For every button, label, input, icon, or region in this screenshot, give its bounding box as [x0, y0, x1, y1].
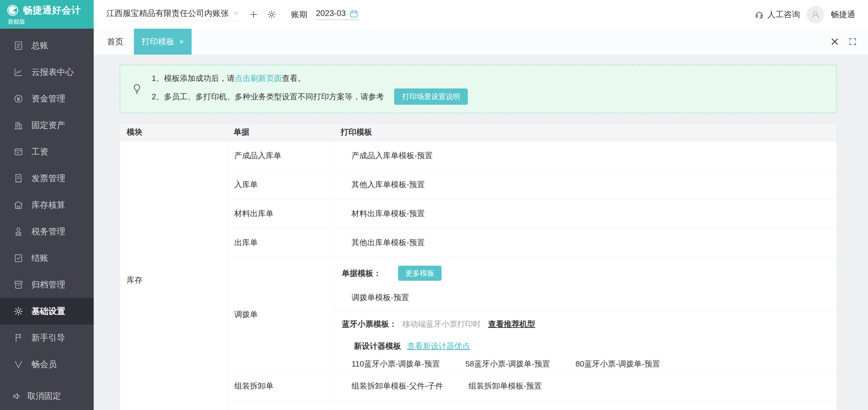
notice-line-2: 2、多员工、多打印机、多种业务类型设置不同打印方案等，请参考 打印场景设置说明 — [152, 89, 468, 105]
tab-print-template[interactable]: 打印模板 × — [134, 29, 192, 55]
company-selector[interactable]: 江西服宝精品有限责任公司内账张 — [106, 8, 240, 21]
plus-icon — [249, 10, 258, 19]
user-name[interactable]: 畅捷通 — [831, 9, 855, 20]
calendar-icon — [349, 9, 359, 18]
headset-icon — [755, 10, 764, 19]
sidebar-item-closing[interactable]: 结账 — [0, 245, 94, 271]
unpin-sidebar-button[interactable]: 取消固定 — [0, 382, 94, 410]
sidebar: 畅捷通好会计 旗舰版 总账 云报表中心 资金管理 固定资产 — [0, 0, 94, 410]
app-title: 畅捷通好会计 — [23, 4, 81, 16]
sidebar-nav: 总账 云报表中心 资金管理 固定资产 工资 发票管理 — [0, 29, 94, 378]
unpin-icon — [12, 391, 22, 401]
main-area: 江西服宝精品有限责任公司内账张 账期 2023-03 人工咨询 — [94, 0, 868, 410]
print-scene-settings-button[interactable]: 打印场景设置说明 — [394, 89, 468, 105]
app-logo: 畅捷通好会计 旗舰版 — [0, 0, 94, 29]
table-row: 产成品入库单 产成品入库单模板-预置 — [227, 141, 837, 170]
close-icon[interactable]: × — [831, 34, 839, 49]
page-content: 1、模板添加成功后，请点击刷新页面查看。 2、多员工、多打印机、多种业务类型设置… — [94, 55, 868, 410]
sidebar-item-salary[interactable]: 工资 — [0, 139, 94, 165]
salary-icon — [13, 147, 24, 157]
fullscreen-button[interactable] — [848, 37, 857, 46]
tab-home[interactable]: 首页 — [94, 29, 134, 55]
table-row: 出库单 其他出库单模板-预置 — [227, 228, 837, 257]
transfer-template-name: 调拨单模板-预置 — [334, 292, 837, 303]
ledger-icon — [13, 40, 24, 51]
cell-divider — [334, 311, 837, 311]
tax-icon — [13, 227, 24, 237]
sidebar-item-general-ledger[interactable]: 总账 — [0, 32, 94, 59]
closing-icon — [13, 253, 24, 263]
sidebar-item-archive[interactable]: 归档管理 — [0, 271, 94, 298]
sidebar-item-basic-settings[interactable]: 基础设置 — [0, 298, 94, 324]
settings-icon — [13, 306, 24, 316]
guide-icon — [13, 333, 24, 343]
settings-button[interactable] — [267, 10, 277, 19]
fullscreen-icon — [848, 37, 857, 46]
sidebar-item-funds[interactable]: 资金管理 — [0, 86, 94, 112]
transfer-template-cell: 单据模板： 更多模板 调拨单模板-预置 蓝牙小票模板： 移动端蓝牙小票打印时 查… — [334, 257, 837, 371]
table-row-assembly: 组装拆卸单 组装拆卸单模板-父件-子件 组装拆卸单模板-预置 — [227, 372, 837, 401]
table-row-partial — [227, 401, 837, 410]
header-module: 模块 — [120, 127, 227, 137]
member-icon — [13, 359, 24, 370]
notice-banner: 1、模板添加成功后，请点击刷新页面查看。 2、多员工、多打印机、多种业务类型设置… — [120, 65, 837, 113]
more-templates-button[interactable]: 更多模板 — [398, 266, 441, 281]
module-cell: 库存 — [120, 141, 227, 410]
add-button[interactable] — [249, 10, 258, 19]
bluetooth-template-label: 蓝牙小票模板： — [334, 319, 397, 330]
fixed-assets-icon — [13, 120, 24, 130]
sidebar-item-cloud-report[interactable]: 云报表中心 — [0, 59, 94, 86]
header-template: 打印模板 — [334, 127, 837, 137]
topbar: 江西服宝精品有限责任公司内账张 账期 2023-03 人工咨询 — [94, 0, 868, 29]
refresh-page-link[interactable]: 点击刷新页面 — [235, 73, 282, 83]
notice-line-1: 1、模板添加成功后，请点击刷新页面查看。 — [152, 73, 468, 83]
period-label: 账期 — [291, 9, 307, 20]
table-header: 模块 单据 打印模板 — [120, 123, 837, 141]
gear-icon — [267, 10, 277, 19]
cloud-report-icon — [13, 67, 24, 77]
topbar-right: 人工咨询 畅捷通 — [755, 6, 855, 23]
funds-icon — [13, 94, 24, 104]
table-row: 材料出库单 材料出库单模板-预置 — [227, 199, 837, 228]
bulb-icon — [130, 83, 143, 95]
sidebar-item-guide[interactable]: 新手引导 — [0, 324, 94, 351]
recommended-models-link[interactable]: 查看推荐机型 — [488, 319, 535, 330]
new-designer-label: 新设计器模板 — [354, 341, 401, 351]
support-button[interactable]: 人工咨询 — [755, 9, 800, 20]
period-value: 2023-03 — [316, 9, 346, 18]
chevron-down-icon — [232, 9, 240, 17]
app-edition: 旗舰版 — [8, 18, 94, 26]
user-icon — [810, 9, 820, 20]
sidebar-item-invoice[interactable]: 发票管理 — [0, 165, 94, 192]
period-picker[interactable]: 2023-03 — [316, 9, 359, 20]
invoice-icon — [13, 173, 24, 183]
company-name: 江西服宝精品有限责任公司内账张 — [106, 8, 229, 19]
table-row: 入库单 其他入库单模板-预置 — [227, 170, 837, 199]
inventory-icon — [13, 200, 24, 210]
doc-template-label: 单据模板： — [334, 268, 381, 279]
designer-benefits-link[interactable]: 查看新设计器优点 — [407, 341, 470, 351]
bluetooth-template-list: 110蓝牙小票-调拨单-预置 58蓝牙小票-调拨单-预置 80蓝牙小票-调拨单-… — [334, 359, 837, 369]
header-document: 单据 — [227, 127, 334, 137]
tabbar-actions: × — [819, 29, 868, 55]
notice-text: 1、模板添加成功后，请点击刷新页面查看。 2、多员工、多打印机、多种业务类型设置… — [152, 73, 468, 105]
tab-close-icon[interactable]: × — [179, 38, 184, 45]
table-row-transfer: 调拨单 单据模板： 更多模板 调拨单模板-预置 蓝牙小票模板： — [227, 257, 837, 372]
tab-bar: 首页 打印模板 × × — [94, 29, 868, 55]
print-template-table: 模块 单据 打印模板 库存 产成品入库单 产成品入库单模板-预置 入库单 其他入… — [120, 123, 837, 410]
sidebar-item-inventory[interactable]: 库存核算 — [0, 192, 94, 218]
sidebar-item-member[interactable]: 畅会员 — [0, 351, 94, 378]
table-body: 库存 产成品入库单 产成品入库单模板-预置 入库单 其他入库单模板-预置 材料出… — [120, 141, 837, 410]
avatar[interactable] — [807, 6, 824, 23]
bluetooth-template-desc: 移动端蓝牙小票打印时 — [402, 319, 481, 330]
logo-icon — [6, 4, 19, 17]
sidebar-item-fixed-assets[interactable]: 固定资产 — [0, 112, 94, 139]
sidebar-item-tax[interactable]: 税务管理 — [0, 218, 94, 245]
archive-icon — [13, 280, 24, 290]
app-window: 畅捷通好会计 旗舰版 总账 云报表中心 资金管理 固定资产 — [0, 0, 868, 410]
